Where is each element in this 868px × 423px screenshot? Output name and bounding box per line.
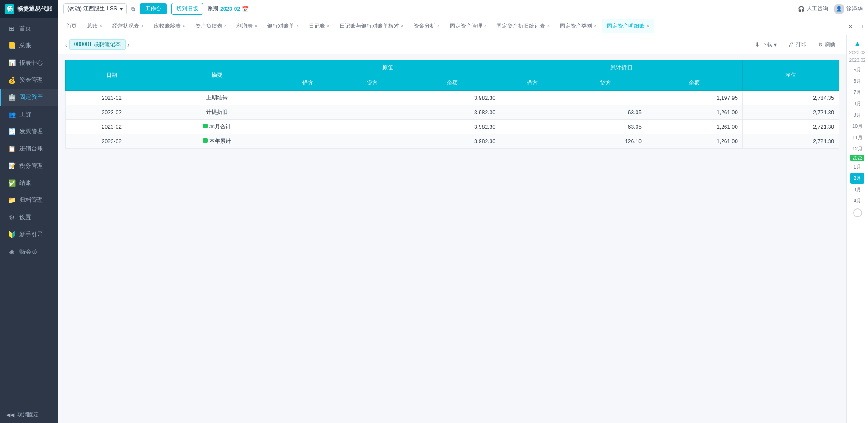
month-item-2023-4月[interactable]: 4月	[850, 195, 864, 207]
cell-date: 2023-02	[66, 120, 158, 134]
month-item-2023-3月[interactable]: 3月	[850, 184, 864, 195]
month-item-8月[interactable]: 8月	[850, 98, 864, 109]
table-row: 2023-02 本年累计 3,982.30 126.10 1,261.00 2,…	[66, 134, 839, 149]
old-version-button[interactable]: 切到旧版	[171, 3, 203, 15]
breadcrumb-current[interactable]: 000001 联想笔记本	[69, 39, 126, 50]
tab-close-icon[interactable]: ×	[547, 24, 550, 28]
sidebar-item-settlement[interactable]: ✅ 结账	[0, 174, 58, 192]
tab-close-icon[interactable]: ×	[183, 24, 185, 28]
sidebar-item-tax[interactable]: 📝 税务管理	[0, 157, 58, 174]
tab-应收账龄表[interactable]: 应收账龄表×	[149, 19, 190, 33]
human-service-btn[interactable]: 🎧 人工咨询	[798, 5, 828, 13]
company-selector[interactable]: (勿动) 江西股生-LSS ▾	[63, 3, 127, 14]
sidebar-item-guide[interactable]: 🔰 新手引导	[0, 226, 58, 243]
breadcrumb-next[interactable]: ›	[127, 41, 130, 48]
sidebar-item-home[interactable]: ⊞ 首页	[0, 20, 58, 37]
tab-日记账[interactable]: 日记账×	[304, 19, 334, 33]
sidebar-item-cashflow[interactable]: 💰 资金管理	[0, 71, 58, 89]
cell-dep-credit	[564, 91, 646, 105]
sidebar-item-sales[interactable]: 📋 进销台账	[0, 140, 58, 157]
sidebar-label-cashflow: 资金管理	[19, 76, 43, 84]
month-item-11月[interactable]: 11月	[850, 132, 864, 143]
year-label-top2: 2023.02	[849, 56, 865, 64]
tab-利润表[interactable]: 利润表×	[232, 19, 262, 33]
tab-close-icon[interactable]: ×	[437, 24, 440, 28]
month-item-9月[interactable]: 9月	[850, 109, 864, 121]
tab-close-icon[interactable]: ×	[401, 24, 404, 28]
cell-orig-debit	[276, 105, 340, 120]
sidebar-item-settings[interactable]: ⚙ 设置	[0, 209, 58, 226]
tab-close-icon[interactable]: ×	[141, 24, 144, 28]
sidebar-item-invoices[interactable]: 🧾 发票管理	[0, 123, 58, 140]
month-item-5月[interactable]: 5月	[850, 64, 864, 75]
month-item-12月[interactable]: 12月	[850, 143, 864, 155]
sidebar-label-tax: 税务管理	[19, 162, 43, 170]
sidebar-item-member[interactable]: ◈ 畅会员	[0, 243, 58, 260]
cell-net-value: 2,721.30	[742, 120, 839, 134]
breadcrumb-prev[interactable]: ‹	[65, 41, 67, 48]
sidebar-item-reports[interactable]: 📊 报表中心	[0, 54, 58, 71]
print-icon: 🖨	[788, 42, 794, 48]
sidebar-item-fixed-assets[interactable]: 🏢 固定资产	[0, 89, 58, 106]
month-item-6月[interactable]: 6月	[850, 75, 864, 87]
download-button[interactable]: ⬇ 下载 ▾	[751, 39, 780, 50]
sidebar: 畅 畅捷通易代账 ⊞ 首页 📒 总账 📊 报表中心 💰 资金管理 🏢 固定资产 …	[0, 0, 58, 423]
sidebar-icon-member: ◈	[8, 248, 16, 255]
workbench-button[interactable]: 工作台	[140, 3, 167, 14]
month-item-2023-2月[interactable]: 2月	[850, 173, 864, 184]
main-content: (勿动) 江西股生-LSS ▾ ⧉ 工作台 切到旧版 账期 2023-02 📅 …	[58, 0, 868, 423]
tab-close-icon[interactable]: ×	[255, 24, 257, 28]
tab-资金分析[interactable]: 资金分析×	[409, 19, 444, 33]
month-item-7月[interactable]: 7月	[850, 87, 864, 98]
month-item-10月[interactable]: 10月	[850, 121, 864, 132]
tab-label: 固定资产类别	[560, 22, 592, 30]
close-all-tabs-button[interactable]: ×	[847, 22, 854, 32]
cell-dep-balance: 1,197.95	[646, 91, 742, 105]
cell-net-value: 2,721.30	[742, 105, 839, 120]
tab-label: 经营状况表	[112, 22, 139, 30]
tab-银行对账单[interactable]: 银行对账单×	[263, 19, 303, 33]
copy-icon[interactable]: ⧉	[131, 6, 135, 12]
tab-close-icon[interactable]: ×	[646, 24, 649, 28]
tab-close-icon[interactable]: ×	[224, 24, 227, 28]
tab-close-icon[interactable]: ×	[296, 24, 299, 28]
tab-首页[interactable]: 首页	[61, 19, 81, 33]
print-button[interactable]: 🖨 打印	[785, 39, 810, 50]
tab-资产负债表[interactable]: 资产负债表×	[191, 19, 231, 33]
user-profile[interactable]: 👤 徐泽华	[834, 4, 863, 14]
tab-close-icon[interactable]: ×	[484, 24, 487, 28]
tab-经营状况表[interactable]: 经营状况表×	[108, 19, 148, 33]
sidebar-item-payroll[interactable]: 👥 工资	[0, 106, 58, 123]
tab-close-icon[interactable]: ×	[327, 24, 330, 28]
avatar: 👤	[834, 4, 844, 14]
dropdown-icon: ▾	[774, 42, 777, 48]
tab-固定资产管理[interactable]: 固定资产管理×	[445, 19, 491, 33]
tab-label: 利润表	[236, 22, 253, 30]
period-text: 账期 2023-02 📅	[208, 5, 249, 13]
month-item-2023-1月[interactable]: 1月	[850, 161, 864, 173]
tab-label: 总账	[87, 22, 98, 30]
maximize-button[interactable]: □	[857, 22, 864, 31]
col-dep-balance: 余额	[646, 75, 742, 91]
sidebar-item-ledger[interactable]: 📒 总账	[0, 37, 58, 54]
tab-总账[interactable]: 总账×	[82, 19, 107, 33]
calendar-icon[interactable]: 📅	[242, 6, 249, 12]
sidebar-pin-toggle[interactable]: ◀◀ 取消固定	[0, 406, 58, 423]
tab-close-icon[interactable]: ×	[594, 24, 597, 28]
sidebar-item-archive[interactable]: 📁 归档管理	[0, 192, 58, 209]
sidebar-icon-guide: 🔰	[8, 231, 16, 238]
tab-close-icon[interactable]: ×	[99, 24, 102, 28]
sidebar-label-invoices: 发票管理	[19, 127, 43, 136]
cell-dep-balance: 1,261.00	[646, 120, 742, 134]
refresh-icon: ↻	[818, 42, 823, 48]
col-orig-credit: 贷方	[340, 75, 404, 91]
scroll-indicator[interactable]	[853, 208, 862, 217]
tab-固定资产明细账[interactable]: 固定资产明细账×	[602, 19, 654, 33]
cell-date: 2023-02	[66, 134, 158, 149]
tab-固定资产类别[interactable]: 固定资产类别×	[555, 19, 601, 33]
tab-日记账与银行对账单核对[interactable]: 日记账与银行对账单核对×	[335, 19, 408, 33]
tab-固定资产折旧统计表[interactable]: 固定资产折旧统计表×	[492, 19, 554, 33]
scroll-up-button[interactable]: ▲	[854, 38, 861, 49]
col-dep-debit: 借方	[500, 75, 564, 91]
refresh-button[interactable]: ↻ 刷新	[815, 39, 839, 50]
